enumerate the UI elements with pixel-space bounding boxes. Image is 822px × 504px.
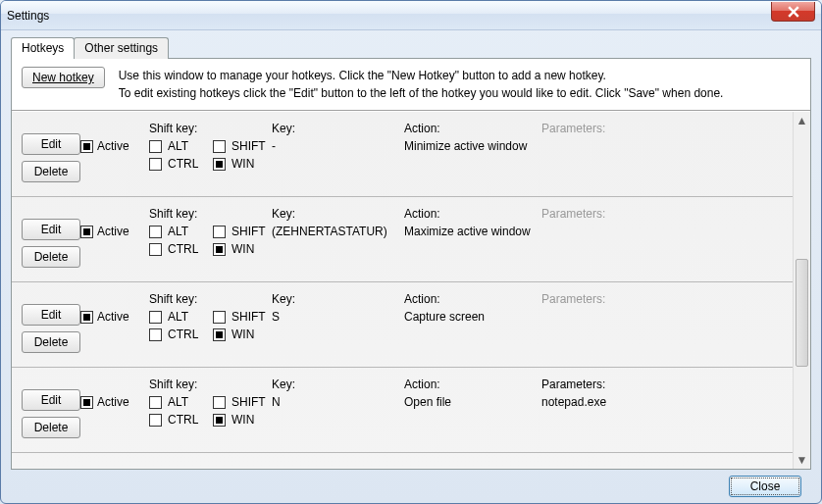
shift-col-1: Shift key: ALT CTRL	[149, 122, 213, 175]
checkbox[interactable]	[213, 226, 226, 238]
action-header: Action:	[404, 378, 541, 391]
header-row: New hotkey Use this window to manage you…	[12, 59, 810, 111]
alt-label: ALT	[168, 395, 188, 409]
hotkey-row: Edit Delete Active Shift key: ALT CTRL S…	[12, 282, 793, 368]
shift-col-2: SHIFT WIN	[213, 378, 272, 430]
checkbox[interactable]	[80, 396, 93, 409]
checkbox[interactable]	[80, 311, 93, 324]
hotkey-list-container: Edit Delete Active Shift key: ALT CTRL S…	[12, 111, 810, 469]
shift-label: SHIFT	[231, 395, 266, 409]
action-value: Minimize active window	[404, 139, 541, 153]
checkbox[interactable]	[213, 158, 226, 171]
parameters-header: Parameters:	[541, 122, 783, 135]
new-hotkey-button[interactable]: New hotkey	[22, 67, 105, 88]
help-line-2: To edit existing hotkeys click the "Edit…	[119, 84, 724, 102]
help-line-1: Use this window to manage your hotkeys. …	[119, 67, 724, 84]
checkbox[interactable]	[213, 243, 226, 256]
delete-button[interactable]: Delete	[22, 417, 80, 438]
key-value: -	[272, 139, 404, 153]
param-col: Parameters:	[541, 122, 783, 139]
key-header: Key:	[272, 122, 404, 135]
shift-col-2: SHIFT WIN	[213, 207, 272, 260]
action-header: Action:	[404, 207, 541, 221]
param-col: Parameters:	[541, 292, 783, 310]
active-col: Active	[80, 207, 149, 238]
shift-col-2: SHIFT WIN	[213, 122, 272, 175]
close-icon	[788, 6, 799, 18]
action-col: Action: Open file	[404, 378, 541, 409]
checkbox[interactable]	[149, 311, 162, 324]
edit-button[interactable]: Edit	[22, 219, 80, 240]
tab-hotkeys[interactable]: Hotkeys	[11, 37, 75, 59]
active-col: Active	[80, 122, 149, 153]
win-label: WIN	[231, 328, 254, 341]
checkbox[interactable]	[213, 396, 226, 409]
shift-label: SHIFT	[231, 310, 266, 324]
shift-col-1: Shift key: ALT CTRL	[149, 378, 213, 430]
tabstrip: Hotkeys Other settings	[11, 36, 811, 58]
alt-label: ALT	[168, 310, 188, 324]
parameters-value: notepad.exe	[541, 395, 783, 409]
shift-key-header: Shift key:	[149, 122, 213, 135]
shift-label: SHIFT	[231, 139, 266, 153]
checkbox[interactable]	[149, 243, 162, 256]
key-col: Key: (ZEHNERTASTATUR)	[272, 207, 404, 238]
titlebar: Settings	[1, 1, 821, 30]
tab-other-settings[interactable]: Other settings	[74, 37, 169, 59]
key-header: Key:	[272, 378, 404, 391]
hotkey-row: Edit Delete Active Shift key: ALT CTRL S…	[12, 197, 793, 282]
action-col: Action: Maximize active window	[404, 207, 541, 238]
parameters-header: Parameters:	[541, 292, 783, 306]
checkbox[interactable]	[149, 396, 162, 409]
action-value: Open file	[404, 395, 541, 409]
ctrl-label: CTRL	[168, 157, 198, 171]
ctrl-label: CTRL	[168, 242, 198, 256]
checkbox[interactable]	[213, 311, 226, 324]
shift-col-1: Shift key: ALT CTRL	[149, 207, 213, 260]
action-col: Action: Minimize active window	[404, 122, 541, 153]
win-label: WIN	[231, 242, 254, 256]
active-label: Active	[97, 395, 129, 409]
row-buttons: Edit Delete	[22, 207, 80, 268]
checkbox[interactable]	[213, 414, 226, 427]
hotkey-row: Edit Delete Active Shift key: ALT CTRL S…	[12, 112, 793, 197]
param-col: Parameters: notepad.exe	[541, 378, 783, 409]
close-button[interactable]: Close	[729, 476, 801, 497]
delete-button[interactable]: Delete	[22, 331, 80, 353]
window-close-button[interactable]	[771, 2, 815, 22]
checkbox[interactable]	[213, 328, 226, 341]
scroll-up-arrow-icon[interactable]: ▲	[794, 112, 810, 129]
delete-button[interactable]: Delete	[22, 161, 80, 182]
tabpanel: New hotkey Use this window to manage you…	[11, 58, 811, 470]
scrollbar[interactable]: ▲ ▼	[793, 112, 810, 469]
edit-button[interactable]: Edit	[22, 133, 80, 155]
scroll-thumb[interactable]	[796, 259, 808, 367]
shift-col-1: Shift key: ALT CTRL	[149, 292, 213, 345]
checkbox[interactable]	[149, 158, 162, 171]
delete-button[interactable]: Delete	[22, 246, 80, 268]
action-value: Capture screen	[404, 310, 541, 324]
shift-label: SHIFT	[231, 225, 266, 238]
key-value: (ZEHNERTASTATUR)	[272, 225, 404, 238]
shift-col-2: SHIFT WIN	[213, 292, 272, 345]
scroll-down-arrow-icon[interactable]: ▼	[794, 451, 810, 469]
active-label: Active	[97, 225, 129, 238]
shift-key-header: Shift key:	[149, 207, 213, 221]
checkbox[interactable]	[149, 328, 162, 341]
row-buttons: Edit Delete	[22, 122, 80, 182]
checkbox[interactable]	[149, 140, 162, 153]
window-title: Settings	[7, 9, 49, 23]
row-buttons: Edit Delete	[22, 292, 80, 353]
checkbox[interactable]	[149, 414, 162, 427]
action-col: Action: Capture screen	[404, 292, 541, 324]
win-label: WIN	[231, 157, 254, 171]
edit-button[interactable]: Edit	[22, 389, 80, 411]
checkbox[interactable]	[149, 226, 162, 238]
row-buttons: Edit Delete	[22, 378, 80, 438]
checkbox[interactable]	[80, 140, 93, 153]
checkbox[interactable]	[213, 140, 226, 153]
help-text: Use this window to manage your hotkeys. …	[119, 67, 724, 102]
checkbox[interactable]	[80, 226, 93, 238]
edit-button[interactable]: Edit	[22, 304, 80, 326]
active-label: Active	[97, 139, 129, 153]
